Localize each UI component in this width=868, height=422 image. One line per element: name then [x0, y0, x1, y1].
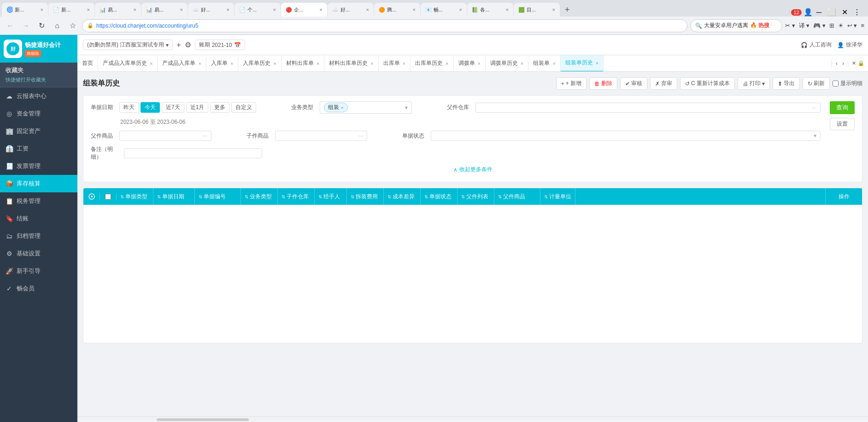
sidebar-item-invoice[interactable]: 🧾 发票管理 — [0, 157, 77, 175]
sidebar-item-cloud-report[interactable]: ☁ 云报表中心 — [0, 87, 77, 105]
browser-tab-1[interactable]: 🌀 新... × — [2, 3, 48, 17]
profile-icon[interactable]: 👤 — [803, 8, 813, 17]
tabs-lock-button[interactable]: 🔒 — [858, 60, 864, 66]
sidebar-item-archive[interactable]: 🗂 归档管理 — [0, 227, 77, 245]
tab-close-8[interactable]: × — [366, 7, 369, 12]
tab-close-1[interactable]: × — [41, 7, 43, 12]
tab-out-hist[interactable]: 出库单历史 × — [411, 55, 453, 72]
tab-kit[interactable]: 组装单 × — [528, 55, 560, 72]
sidebar-item-inventory[interactable]: 📦 库存核算 — [0, 175, 77, 192]
undo-btn[interactable]: ↩ ▾ — [847, 22, 857, 29]
tab-prod-in[interactable]: 产成品入库单 × — [158, 55, 206, 72]
print-button[interactable]: 🖨 打印 ▾ — [738, 77, 770, 90]
customer-service[interactable]: 🎧 人工咨询 — [801, 41, 832, 49]
th-bill-type-sort[interactable]: ⇅ — [120, 194, 124, 199]
th-unit-sort[interactable]: ⇅ — [544, 194, 548, 199]
abandon-button[interactable]: ✗ 弃审 — [650, 77, 677, 90]
add-company-button[interactable]: + — [176, 41, 181, 49]
scrollbar-area[interactable] — [77, 416, 868, 422]
forward-button[interactable]: → — [19, 19, 32, 32]
company-selector[interactable]: (勿删勿禁用) 江西服宝测试专用 ▾ — [83, 40, 173, 50]
note-input[interactable] — [124, 148, 262, 158]
scissors-btn[interactable]: ✂ ▾ — [785, 22, 795, 29]
tab-out-close[interactable]: × — [403, 61, 405, 66]
th-bill-date-sort[interactable]: ⇅ — [157, 194, 161, 199]
th-parent-goods[interactable]: ⇅ 父件商品 — [494, 188, 540, 205]
translate-btn[interactable]: 译 ▾ — [799, 22, 810, 30]
show-detail-checkbox[interactable] — [833, 81, 839, 87]
biz-type-input-area[interactable]: 组装 × ▾ — [320, 101, 412, 114]
address-bar[interactable]: 🔒 https://cloud.chanjet.com/accounting/u… — [82, 19, 687, 32]
back-button[interactable]: ← — [4, 19, 17, 32]
browser-tab-9[interactable]: 🟠 腾... × — [374, 3, 420, 17]
th-parent-list[interactable]: ⇅ 父件列表 — [457, 188, 494, 205]
close-button[interactable]: ✕ — [840, 8, 850, 17]
filter-settings-button[interactable]: 设置 — [830, 118, 855, 130]
browser-tab-3[interactable]: 📊 易... × — [95, 3, 141, 17]
browser-tab-6[interactable]: 📄 个... × — [235, 3, 281, 17]
date-today[interactable]: 今天 — [141, 102, 160, 113]
sidebar-item-fund[interactable]: ◎ 资金管理 — [0, 105, 77, 122]
th-cost-diff-sort[interactable]: ⇅ — [387, 194, 391, 199]
sidebar-item-tax[interactable]: 📋 税务管理 — [0, 192, 77, 210]
tab-close-2[interactable]: × — [87, 7, 90, 12]
period-selector[interactable]: 账期 2021-10 📅 — [195, 40, 245, 50]
date-7days[interactable]: 近7天 — [162, 102, 184, 113]
settings-company-button[interactable]: ⚙ — [185, 40, 191, 49]
th-child-warehouse[interactable]: ⇅ 子件仓库 — [278, 188, 315, 205]
tab-kit-hist-close[interactable]: × — [596, 60, 598, 66]
th-parent-goods-sort[interactable]: ⇅ — [498, 194, 502, 199]
tab-in[interactable]: 入库单 × — [206, 55, 238, 72]
browser-tab-7[interactable]: 🔴 企... × — [281, 3, 327, 17]
export-button[interactable]: ⬆ 导出 — [773, 77, 800, 90]
new-tab-button[interactable]: + — [560, 3, 606, 17]
browser-tab-8[interactable]: ☁️ 好... × — [328, 3, 374, 17]
date-yesterday[interactable]: 昨天 — [119, 102, 139, 113]
tabs-prev-button[interactable]: ‹ — [834, 59, 839, 68]
home-button[interactable]: ⌂ — [51, 19, 64, 32]
tab-in-hist[interactable]: 入库单历史 × — [238, 55, 281, 72]
tab-close-4[interactable]: × — [180, 7, 183, 12]
th-handler[interactable]: ⇅ 经手人 — [315, 188, 347, 205]
table-settings-icon[interactable] — [83, 193, 100, 200]
tab-assemble-hist[interactable]: 调拨单历史 × — [486, 55, 528, 72]
browser-tab-12[interactable]: 🟩 目... × — [514, 3, 560, 17]
filter-collapse-button[interactable]: ∧ 收起更多条件 — [91, 163, 855, 176]
tab-prod-in-hist-close[interactable]: × — [150, 61, 152, 66]
favorites-link[interactable]: 快捷键打开收藏夹 — [6, 76, 72, 83]
th-biz-type-sort[interactable]: ⇅ — [245, 194, 248, 199]
th-child-warehouse-sort[interactable]: ⇅ — [282, 194, 285, 199]
grid-btn[interactable]: ⊞ — [829, 22, 834, 29]
biz-type-tag-close[interactable]: × — [340, 105, 343, 110]
th-bill-date[interactable]: ⇅ 单据日期 — [153, 188, 195, 205]
tab-close-3[interactable]: × — [134, 7, 136, 12]
scrollbar-thumb[interactable] — [157, 418, 249, 421]
minimize-button[interactable]: ─ — [815, 8, 823, 17]
games-btn[interactable]: 🎮 ▾ — [813, 22, 826, 29]
th-biz-type[interactable]: ⇅ 业务类型 — [241, 188, 278, 205]
reload-button[interactable]: ↻ — [35, 19, 48, 32]
sidebar-item-vip[interactable]: ✓ 畅会员 — [0, 280, 77, 297]
query-button[interactable]: 查询 — [830, 101, 855, 114]
tab-prod-in-close[interactable]: × — [198, 61, 201, 66]
date-custom[interactable]: 自定义 — [231, 102, 256, 113]
browser-tab-2[interactable]: 📄 新... × — [48, 3, 94, 17]
tab-in-hist-close[interactable]: × — [273, 61, 276, 66]
tab-assemble[interactable]: 调拨单 × — [454, 55, 486, 72]
tab-assemble-close[interactable]: × — [478, 61, 481, 66]
th-cost-diff[interactable]: ⇅ 成本差异 — [384, 188, 421, 205]
browser-tab-11[interactable]: 📗 各... × — [467, 3, 513, 17]
bookmark-button[interactable]: ☆ — [66, 19, 79, 32]
sidebar-item-guide[interactable]: 🚀 新手引导 — [0, 262, 77, 280]
delete-button[interactable]: 🗑 删除 — [589, 77, 617, 90]
tab-prod-in-hist[interactable]: 产成品入库单历史 × — [98, 55, 158, 72]
th-bill-status[interactable]: ⇅ 单据状态 — [421, 188, 457, 205]
tabs-next-button[interactable]: › — [840, 59, 846, 68]
bill-status-input[interactable]: ▾ — [431, 131, 821, 141]
table-select-all-checkbox[interactable] — [100, 194, 117, 200]
maximize-button[interactable]: ⬜ — [825, 8, 838, 17]
tab-close-7[interactable]: × — [320, 7, 323, 12]
show-detail-checkbox-label[interactable]: 显示明细 — [833, 80, 862, 87]
tabs-close-all-button[interactable]: ✕ — [852, 60, 856, 66]
browser-tab-5[interactable]: ☁️ 好... × — [188, 3, 234, 17]
